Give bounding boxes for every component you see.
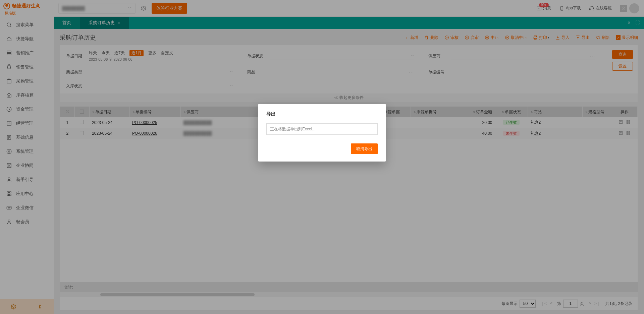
cancel-export-button[interactable]: 取消导出	[351, 143, 378, 154]
modal-status-text: 正在将数据导出到Excel...	[266, 123, 378, 135]
export-modal: 导出 正在将数据导出到Excel... 取消导出	[258, 104, 386, 162]
modal-overlay: 导出 正在将数据导出到Excel... 取消导出	[0, 0, 644, 314]
modal-title: 导出	[266, 111, 378, 117]
